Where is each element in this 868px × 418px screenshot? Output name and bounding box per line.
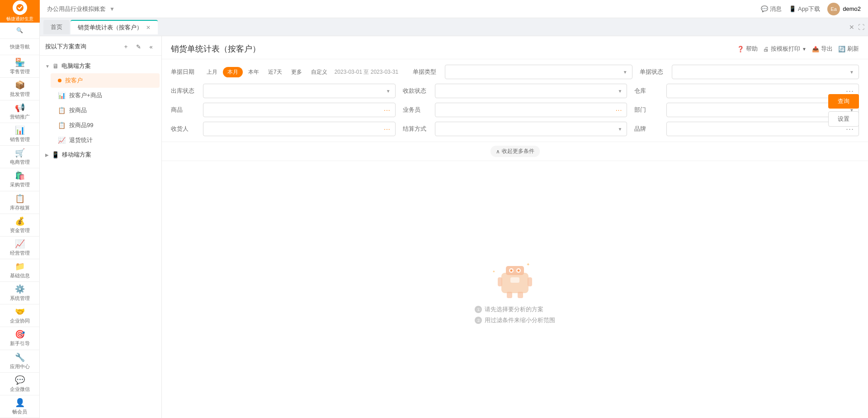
scheme-by-goods-label: 按商品 — [69, 106, 87, 114]
tree-group-mobile-header[interactable]: ▶ 📱 移动端方案 — [40, 148, 161, 162]
tab-home[interactable]: 首页 — [43, 20, 70, 34]
sidebar-item-retail[interactable]: 🏪 零售管理 — [0, 55, 40, 78]
sidebar-quick-nav[interactable]: 快捷导航 — [0, 39, 40, 55]
sidebar-item-ecommerce[interactable]: 🛒 电商管理 — [0, 146, 40, 168]
receiver-input[interactable]: ··· — [203, 122, 396, 136]
svg-rect-9 — [528, 277, 532, 286]
svg-rect-10 — [507, 292, 512, 298]
sidebar-item-sales[interactable]: 📊 销售管理 — [0, 123, 40, 146]
top-bar: 办公用品行业模拟账套 ▼ 💬 消息 📱 App下载 Ea demo2 — [40, 0, 868, 18]
ship-status-arrow: ▼ — [386, 89, 391, 94]
sidebar-label-system: 系统管理 — [10, 295, 30, 302]
salesperson-dots: ··· — [616, 106, 623, 114]
date-label: 单据日期 — [171, 68, 196, 76]
expand-tab-btn[interactable]: ⛶ — [858, 24, 864, 31]
chart-icon-1: 📊 — [58, 92, 66, 99]
tree-group-desktop-header[interactable]: ▼ 🖥 电脑端方案 — [40, 59, 161, 73]
scheme-by-customer[interactable]: 按客户 — [51, 73, 160, 88]
add-scheme-btn[interactable]: ＋ — [121, 42, 131, 52]
sidebar-item-purchase[interactable]: 🛍️ 采购管理 — [0, 168, 40, 191]
tab-bar: 首页 销货单统计表（按客户） ✕ ✕ ⛶ — [40, 18, 868, 36]
refresh-btn[interactable]: 🔄 刷新 — [838, 45, 859, 53]
sidebar-search[interactable]: 🔍 — [0, 23, 40, 39]
app-logo: 畅捷通好生意 — [0, 0, 40, 23]
collapse-up-icon: ∧ — [496, 148, 500, 155]
doc-type-select[interactable]: ▼ — [445, 65, 632, 79]
refresh-icon: 🔄 — [838, 46, 845, 52]
member-icon: 👤 — [15, 398, 25, 408]
desktop-group-arrow: ▼ — [45, 64, 50, 69]
sidebar-item-basic[interactable]: 📁 基础信息 — [0, 259, 40, 282]
date-7days[interactable]: 近7天 — [264, 67, 286, 77]
tab-close-icon[interactable]: ✕ — [146, 24, 151, 31]
sidebar-item-wholesale[interactable]: 📦 批发管理 — [0, 78, 40, 100]
export-btn[interactable]: 📤 导出 — [812, 45, 833, 53]
sidebar-item-member[interactable]: 👤 畅会员 — [0, 395, 40, 418]
settings-btn[interactable]: 设置 — [828, 111, 859, 127]
svg-text:✦: ✦ — [492, 270, 495, 274]
tab-sales-stat[interactable]: 销货单统计表（按客户） ✕ — [71, 20, 158, 34]
ship-status-select[interactable]: ▼ — [203, 84, 396, 98]
scheme-by-customer-goods[interactable]: 📊 按客户+商品 — [51, 88, 160, 103]
empty-tips: ① 请先选择要分析的方案 ② 用过滤条件来缩小分析范围 — [475, 305, 555, 324]
sales-icon: 📊 — [15, 125, 25, 135]
sidebar-item-inventory[interactable]: 📋 库存核算 — [0, 191, 40, 214]
edit-scheme-btn[interactable]: ✎ — [133, 42, 143, 52]
sidebar-label-app: 应用中心 — [10, 363, 30, 370]
print-btn[interactable]: 🖨 按模板打印 ▼ — [763, 45, 807, 53]
help-btn[interactable]: ❓ 帮助 — [737, 45, 758, 53]
message-icon: 💬 — [761, 5, 768, 12]
date-this-month[interactable]: 本月 — [223, 67, 243, 77]
sidebar-item-marketing[interactable]: 📢 营销推广 — [0, 100, 40, 123]
download-icon: 📱 — [789, 5, 796, 12]
scheme-by-goods[interactable]: 📋 按商品 — [51, 103, 160, 118]
receipt-status-select[interactable]: ▼ — [435, 84, 627, 98]
query-btn[interactable]: 查询 — [828, 94, 859, 109]
svg-point-6 — [518, 270, 520, 272]
salesperson-input[interactable]: ··· — [435, 103, 627, 117]
scheme-by-goods99[interactable]: 📋 按商品99 — [51, 118, 160, 133]
date-this-year[interactable]: 本年 — [245, 67, 263, 77]
search-icon: 🔍 — [16, 27, 23, 33]
sidebar-item-operations[interactable]: 📈 经营管理 — [0, 237, 40, 259]
payment-select[interactable]: ▼ — [435, 122, 627, 136]
doc-status-select[interactable]: ▼ — [672, 65, 859, 79]
message-btn[interactable]: 💬 消息 — [761, 5, 782, 13]
chart-icon-4: 📈 — [58, 137, 66, 144]
scheme-by-goods99-label: 按商品99 — [69, 121, 93, 129]
scheme-return-stat[interactable]: 📈 退货统计 — [51, 133, 160, 147]
sidebar-item-collab[interactable]: 🤝 企业协同 — [0, 304, 40, 327]
app-download-btn[interactable]: 📱 App下载 — [789, 5, 820, 13]
sidebar-item-finance[interactable]: 💰 资金管理 — [0, 214, 40, 237]
goods-input[interactable]: ··· — [203, 103, 396, 117]
breadcrumb-text: 办公用品行业模拟账套 — [47, 5, 106, 13]
left-panel: 按以下方案查询 ＋ ✎ « ▼ — [40, 36, 162, 418]
receiver-dots: ··· — [384, 125, 391, 133]
print-label: 按模板打印 — [771, 45, 800, 53]
date-quick-btns: 上月 本月 本年 近7天 更多 自定义 2023-03-01 至 2023-03… — [203, 67, 398, 77]
user-area[interactable]: Ea demo2 — [827, 3, 861, 15]
date-more[interactable]: 更多 — [288, 67, 306, 77]
date-last-month[interactable]: 上月 — [203, 67, 221, 77]
print-icon: 🖨 — [763, 46, 769, 52]
left-panel-actions: ＋ ✎ « — [121, 42, 156, 52]
sidebar-item-system[interactable]: ⚙️ 系统管理 — [0, 282, 40, 304]
collapse-panel-btn[interactable]: « — [146, 42, 156, 52]
finance-icon: 💰 — [15, 216, 25, 226]
app-download-label: App下载 — [798, 5, 820, 13]
dept-label: 部门 — [634, 106, 659, 114]
query-btn-area: 查询 设置 — [828, 94, 859, 127]
close-all-tabs-btn[interactable]: ✕ — [849, 24, 854, 31]
sidebar-item-guide[interactable]: 🎯 新手引导 — [0, 327, 40, 350]
sidebar-item-app[interactable]: 🔧 应用中心 — [0, 350, 40, 373]
collapse-btn[interactable]: ∧ 收起更多条件 — [491, 146, 540, 157]
sidebar-item-wechat[interactable]: 💬 企业微信 — [0, 373, 40, 395]
filter-area: 单据日期 上月 本月 本年 近7天 更多 自定义 2023-03-01 至 20… — [162, 59, 868, 142]
plus-icon: ＋ — [123, 43, 129, 51]
goods-dots: ··· — [384, 106, 391, 114]
scheme-by-customer-label: 按客户 — [65, 76, 83, 85]
filter-row-3: 商品 ··· 业务员 ··· 部门 ▼ — [171, 103, 859, 117]
date-custom[interactable]: 自定义 — [307, 67, 331, 77]
breadcrumb-arrow[interactable]: ▼ — [109, 6, 115, 12]
wechat-icon: 💬 — [15, 375, 25, 385]
